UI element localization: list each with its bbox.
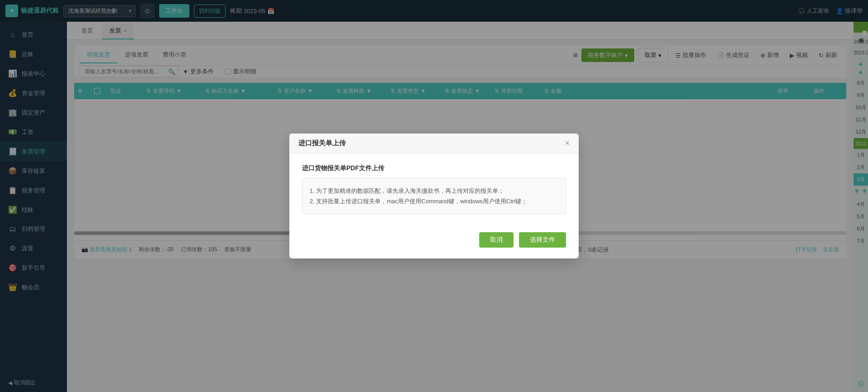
modal-section-title: 进口货物报关单PDF文件上传 — [302, 164, 566, 172]
modal-info-box: 1. 为了更加精准的数据匹配，请先录入海关缴款书，再上传对应的报关单； 2. 支… — [302, 178, 566, 215]
modal-select-file-button[interactable]: 选择文件 — [519, 232, 566, 248]
modal-body: 进口货物报关单PDF文件上传 1. 为了更加精准的数据匹配，请先录入海关缴款书，… — [289, 153, 579, 225]
modal-close-button[interactable]: × — [565, 139, 570, 147]
modal-footer: 取消 选择文件 — [289, 225, 579, 258]
modal-title: 进口报关单上传 — [298, 139, 346, 148]
modal-overlay[interactable]: 进口报关单上传 × 进口货物报关单PDF文件上传 1. 为了更加精准的数据匹配，… — [0, 0, 868, 392]
modal-header: 进口报关单上传 × — [289, 134, 579, 153]
modal-info-item-2: 2. 支持批量上传进口报关单，mac用户使用Command键，windows用户… — [310, 196, 558, 206]
modal-cancel-button[interactable]: 取消 — [479, 232, 514, 248]
modal-info-item-1: 1. 为了更加精准的数据匹配，请先录入海关缴款书，再上传对应的报关单； — [310, 186, 558, 196]
import-customs-modal: 进口报关单上传 × 进口货物报关单PDF文件上传 1. 为了更加精准的数据匹配，… — [289, 134, 579, 259]
